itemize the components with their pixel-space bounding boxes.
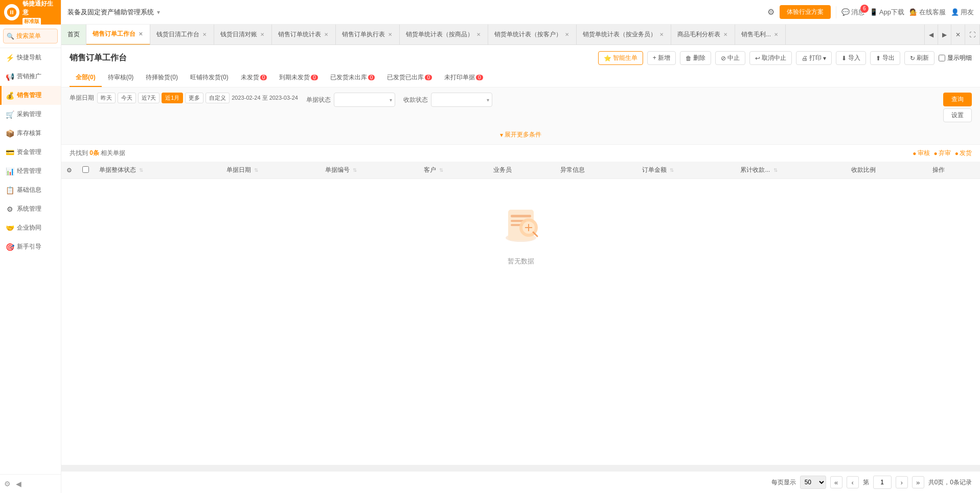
th-checkbox[interactable] [77, 162, 94, 179]
tab-close-all-button[interactable]: ✕ [951, 25, 965, 45]
cancel-audit-button[interactable]: ● 弃审 [934, 149, 951, 158]
tab-close-margin-analysis[interactable]: ✕ [722, 31, 728, 38]
tab-next-button[interactable]: ▶ [938, 25, 951, 45]
sidebar-item-marketing[interactable]: 📢 营销推广 [0, 67, 61, 86]
sidebar-item-system[interactable]: ⚙ 系统管理 [0, 199, 61, 218]
tab-close-reconcile[interactable]: ✕ [259, 31, 265, 38]
export-button[interactable]: ⬆ 导出 [870, 51, 900, 65]
query-button[interactable]: 查询 [943, 93, 972, 106]
th-customer[interactable]: 客户 ⇅ [419, 162, 489, 179]
tab-fullscreen-button[interactable]: ⛶ [965, 25, 980, 45]
th-status[interactable]: 单据整体状态 ⇅ [94, 162, 221, 179]
subtab-pending-audit[interactable]: 待审核(0) [102, 69, 140, 87]
expand-filter-button[interactable]: ▾ 展开更多条件 [500, 130, 541, 139]
date-more-button[interactable]: 更多 [185, 93, 203, 103]
date-1month-button[interactable]: 近1月 [162, 93, 183, 103]
tab-sales-by-salesman[interactable]: 销货单统计表（按业务员） ✕ [577, 25, 671, 45]
sidebar-item-quick-nav[interactable]: ⚡ 快捷导航 [0, 48, 61, 67]
tab-sales-by-customer[interactable]: 销货单统计表（按客户） ✕ [488, 25, 577, 45]
show-detail-checkbox[interactable] [939, 55, 945, 61]
cancel-stop-button[interactable]: ↩ 取消中止 [749, 51, 792, 65]
sidebar-item-sales[interactable]: 💰 销售管理 [0, 86, 61, 105]
app-download-button[interactable]: 📱 App下载 [870, 8, 904, 17]
tab-close-sales-by-product[interactable]: ✕ [475, 31, 482, 38]
tab-sales-by-product[interactable]: 销货单统计表（按商品） ✕ [400, 25, 488, 45]
tab-reconcile[interactable]: 钱货日清对账 ✕ [214, 25, 272, 45]
date-custom-button[interactable]: 自定义 [206, 93, 230, 103]
th-salesman[interactable]: 业务员 [488, 162, 555, 179]
tab-close-sales-margin[interactable]: ✕ [773, 31, 779, 38]
online-service-button[interactable]: 💁 在线客服 [909, 8, 946, 17]
last-page-button[interactable]: » [912, 476, 924, 488]
tab-order-exec[interactable]: 销售订单执行表 ✕ [336, 25, 400, 45]
subtab-shop-pending[interactable]: 旺铺待发货(0) [184, 69, 235, 87]
subtab-shipped-not-out[interactable]: 已发货未出库0 [324, 69, 381, 87]
date-yesterday-button[interactable]: 昨天 [97, 93, 116, 103]
tab-sales-margin[interactable]: 销售毛利... ✕ [735, 25, 786, 45]
sidebar-collapse-button[interactable]: ◀ [16, 480, 21, 488]
service-icon: 💁 [909, 8, 918, 16]
prev-page-button[interactable]: ‹ [847, 476, 859, 488]
tab-prev-button[interactable]: ◀ [925, 25, 938, 45]
sidebar-item-operations[interactable]: 📊 经营管理 [0, 162, 61, 181]
tab-daily-clear[interactable]: 钱货日清工作台 ✕ [150, 25, 214, 45]
audit-button[interactable]: ● 审核 [913, 149, 929, 158]
system-dropdown-button[interactable]: ▾ [157, 9, 160, 16]
sidebar-item-finance[interactable]: 💳 资金管理 [0, 143, 61, 162]
th-number[interactable]: 单据编号 ⇅ [320, 162, 419, 179]
horizontal-scrollbar[interactable] [61, 465, 980, 471]
subtab-pending-inspect[interactable]: 待择验货(0) [140, 69, 184, 87]
tab-order-stats[interactable]: 销售订单统计表 ✕ [272, 25, 336, 45]
sidebar-item-purchase[interactable]: 🛒 采购管理 [0, 105, 61, 124]
refresh-button[interactable]: ↻ 刷新 [904, 51, 935, 65]
date-quick-buttons: 昨天 今天 近7天 近1月 更多 自定义 2023-02-24 至 2023-0… [97, 93, 298, 103]
add-button[interactable]: + 新增 [647, 51, 676, 65]
sidebar-item-guide[interactable]: 🎯 新手引导 [0, 237, 61, 256]
page-size-select[interactable]: 10 20 50 100 [800, 476, 826, 489]
table-header-row: ⚙ 单据整体状态 ⇅ 单据日期 ⇅ 单据编号 ⇅ [61, 162, 980, 179]
tab-close-sales-order[interactable]: ✕ [138, 30, 144, 38]
status-select[interactable] [334, 93, 395, 107]
message-button[interactable]: 💬 消息 6 [841, 8, 864, 17]
sidebar-settings-button[interactable]: ⚙ [4, 480, 11, 488]
date-today-button[interactable]: 今天 [118, 93, 136, 103]
tab-close-order-exec[interactable]: ✕ [387, 31, 393, 38]
show-detail-label[interactable]: 显示明细 [939, 54, 972, 62]
settings-icon[interactable]: ⚙ [767, 7, 774, 17]
tab-close-sales-by-salesman[interactable]: ✕ [658, 31, 665, 38]
next-page-button[interactable]: › [896, 476, 908, 488]
select-all-checkbox[interactable] [82, 166, 89, 173]
user-button[interactable]: 👤 用友 [951, 8, 974, 17]
subtab-not-shipped[interactable]: 未发货0 [235, 69, 274, 87]
tab-close-sales-by-customer[interactable]: ✕ [564, 31, 570, 38]
print-button[interactable]: 🖨 打印 ▾ [796, 51, 832, 65]
page-input[interactable] [873, 476, 892, 489]
th-settings[interactable]: ⚙ [61, 162, 77, 179]
sidebar-item-enterprise[interactable]: 🤝 企业协同 [0, 218, 61, 237]
tab-close-daily-clear[interactable]: ✕ [201, 31, 208, 38]
delete-button[interactable]: 🗑 删除 [680, 51, 711, 65]
first-page-button[interactable]: « [830, 476, 842, 488]
subtab-all[interactable]: 全部(0) [70, 69, 102, 87]
import-button[interactable]: ⬇ 导入 [836, 51, 866, 65]
sidebar-item-basic-info[interactable]: 📋 基础信息 [0, 181, 61, 199]
payment-select[interactable] [431, 93, 492, 107]
smart-create-button[interactable]: ⭐ 智能生单 [598, 51, 643, 65]
tab-home[interactable]: 首页 [61, 25, 86, 45]
sidebar-item-inventory[interactable]: 📦 库存核算 [0, 124, 61, 143]
th-date[interactable]: 单据日期 ⇅ [221, 162, 320, 179]
tab-close-order-stats[interactable]: ✕ [323, 31, 329, 38]
filter-setting-button[interactable]: 设置 [943, 108, 972, 122]
subtab-not-printed[interactable]: 未打印单据0 [438, 69, 489, 87]
stop-button[interactable]: ⊘ 中止 [715, 51, 745, 65]
subtab-shipped-out[interactable]: 已发货已出库0 [381, 69, 438, 87]
tab-margin-analysis[interactable]: 商品毛利分析表 ✕ [671, 25, 735, 45]
search-menu-button[interactable]: 🔍 搜索菜单 [3, 29, 58, 43]
tab-sales-order[interactable]: 销售订单工作台 ✕ [86, 25, 150, 45]
th-collected[interactable]: 累计收款... ⇅ [735, 162, 846, 179]
date-7days-button[interactable]: 近7天 [138, 93, 159, 103]
industry-solution-button[interactable]: 体验行业方案 [780, 5, 831, 19]
deliver-button[interactable]: ● 发货 [955, 149, 972, 158]
th-amount[interactable]: 订单金额 ⇅ [637, 162, 736, 179]
subtab-overdue-ship[interactable]: 到期未发货0 [273, 69, 324, 87]
